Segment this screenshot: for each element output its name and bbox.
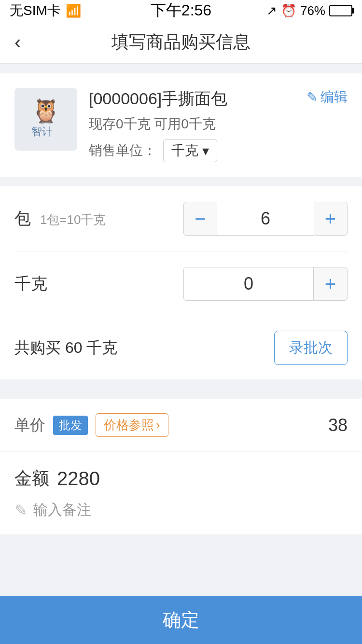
- alarm-icon: ⏰: [281, 3, 296, 18]
- price-ref-arrow-icon: ›: [156, 418, 160, 433]
- kg-increment-button[interactable]: +: [314, 267, 348, 301]
- page-title: 填写商品购买信息: [111, 30, 251, 54]
- status-time: 下午2:56: [151, 0, 211, 21]
- edit-button[interactable]: ✎ 编辑: [306, 88, 348, 106]
- price-value: 38: [328, 415, 348, 435]
- product-image: 🦉 智计: [14, 88, 77, 151]
- carrier-text: 无SIM卡: [10, 1, 61, 20]
- section-divider-2: [0, 379, 362, 389]
- amount-section: 金额 2280 ✎ 输入备注: [0, 452, 362, 534]
- price-ref-label: 价格参照: [104, 417, 154, 434]
- nav-bar: ‹ 填写商品购买信息: [0, 21, 362, 64]
- kg-label-group: 千克: [14, 273, 47, 295]
- kg-stepper: +: [183, 267, 348, 301]
- back-button[interactable]: ‹: [14, 31, 21, 53]
- price-section: 单价 批发 价格参照 › 38: [0, 399, 362, 451]
- pack-label: 包: [14, 209, 31, 227]
- unit-dropdown-icon: ▾: [202, 143, 209, 159]
- pack-sublabel: 1包=10千克: [40, 212, 106, 227]
- note-label: 输入备注: [33, 500, 91, 520]
- unit-value: 千克: [171, 141, 198, 160]
- amount-label: 金额: [14, 467, 49, 490]
- edit-label: 编辑: [320, 88, 348, 106]
- kg-input[interactable]: [183, 267, 314, 301]
- price-reference-button[interactable]: 价格参照 ›: [96, 413, 168, 437]
- confirm-button[interactable]: 确定: [163, 608, 199, 632]
- price-row: 单价 批发 价格参照 › 38: [14, 413, 348, 437]
- unit-label: 销售单位：: [89, 141, 156, 160]
- battery-icon: [329, 5, 352, 16]
- summary-row: 共购买 60 千克 录批次: [0, 316, 362, 379]
- note-input-row[interactable]: ✎ 输入备注: [14, 500, 348, 520]
- confirm-footer[interactable]: 确定: [0, 596, 362, 644]
- battery-percent: 76%: [300, 3, 325, 18]
- location-icon: ↗: [266, 3, 277, 18]
- wifi-icon: 📶: [66, 3, 81, 18]
- product-card: 🦉 智计 [0000006]手撕面包 现存0千克 可用0千克 销售单位： 千克 …: [0, 73, 362, 177]
- product-stock: 现存0千克 可用0千克: [89, 115, 348, 133]
- note-edit-icon: ✎: [14, 501, 28, 519]
- pack-decrement-button[interactable]: −: [183, 202, 217, 236]
- price-label: 单价: [14, 415, 45, 436]
- kg-input-row: 千克 +: [14, 252, 348, 316]
- price-type-badge: 批发: [53, 416, 88, 435]
- amount-row: 金额 2280: [14, 467, 348, 490]
- pack-input[interactable]: [217, 202, 314, 236]
- unit-selector[interactable]: 千克 ▾: [163, 139, 217, 162]
- edit-icon: ✎: [306, 89, 318, 105]
- record-batch-button[interactable]: 录批次: [274, 331, 348, 365]
- pack-input-row: 包 1包=10千克 − +: [14, 186, 348, 252]
- input-section: 包 1包=10千克 − + 千克 +: [0, 186, 362, 316]
- kg-label: 千克: [14, 274, 47, 293]
- pack-label-group: 包 1包=10千克: [14, 208, 106, 230]
- product-logo: 🦉: [31, 99, 60, 123]
- summary-text: 共购买 60 千克: [14, 337, 117, 359]
- pack-stepper: − +: [183, 202, 348, 236]
- pack-increment-button[interactable]: +: [314, 202, 348, 236]
- product-logo-text: 智计: [31, 125, 60, 139]
- status-bar: 无SIM卡 📶 下午2:56 ↗ ⏰ 76%: [0, 0, 362, 21]
- section-divider-1: [0, 177, 362, 186]
- amount-value: 2280: [57, 468, 100, 490]
- product-unit: 销售单位： 千克 ▾: [89, 139, 348, 162]
